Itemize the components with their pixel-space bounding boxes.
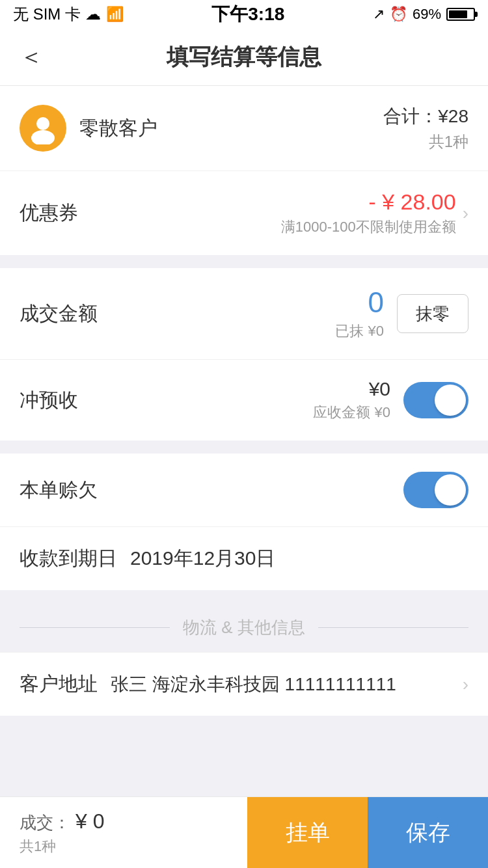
deal-amount-value[interactable]: 0: [335, 286, 384, 319]
address-label: 客户地址: [20, 671, 98, 698]
customer-row: 零散客户 合计：¥28 共1种: [0, 86, 488, 170]
coupon-right: - ¥ 28.00 满1000-100不限制使用金额 ›: [281, 189, 468, 237]
svg-point-1: [31, 130, 55, 144]
debt-label: 本单赊欠: [20, 477, 98, 504]
deal-value-block: 0 已抹 ¥0: [335, 286, 384, 341]
address-value: 张三 海淀永丰科技园 11111111111: [111, 672, 450, 697]
debt-toggle-knob: [435, 474, 466, 506]
status-time: 下午3:18: [211, 2, 284, 27]
total-amount: 合计：¥28: [383, 104, 468, 129]
page-title: 填写结算等信息: [167, 42, 321, 72]
svg-point-0: [36, 117, 49, 130]
deal-row: 成交金额 0 已抹 ¥0 抹零: [0, 268, 488, 359]
prepay-amount: ¥0: [313, 378, 390, 400]
duedate-label: 收款到期日: [20, 545, 117, 572]
location-icon: ↗: [373, 6, 385, 23]
duedate-row[interactable]: 收款到期日 2019年12月30日: [0, 526, 488, 590]
status-right: ↗ ⏰ 69%: [373, 6, 475, 23]
bottom-deal-label: 成交：: [20, 811, 70, 834]
avatar: [20, 105, 66, 152]
coupon-value-block: - ¥ 28.00 满1000-100不限制使用金额: [281, 189, 456, 237]
logistics-divider: 物流 & 其他信息: [0, 603, 488, 652]
coupon-row[interactable]: 优惠券 - ¥ 28.00 满1000-100不限制使用金额 ›: [0, 170, 488, 255]
coupon-label: 优惠券: [20, 200, 78, 226]
prepay-label: 冲预收: [20, 387, 78, 414]
coupon-desc: 满1000-100不限制使用金额: [281, 217, 456, 237]
deal-deducted: 已抹 ¥0: [335, 321, 384, 341]
battery-icon: [446, 8, 475, 21]
battery-label: 69%: [413, 6, 441, 23]
bottom-bar: 成交： ¥ 0 共1种 挂单 保存: [0, 796, 488, 868]
debt-toggle[interactable]: [403, 472, 468, 508]
round-off-button[interactable]: 抹零: [397, 294, 468, 333]
prepay-value-block: ¥0 应收金额 ¥0: [313, 378, 390, 422]
bottom-deal-value: ¥ 0: [75, 809, 104, 834]
hold-button[interactable]: 挂单: [247, 797, 368, 869]
back-button[interactable]: ＜: [20, 41, 43, 73]
bottom-deal-row: 成交： ¥ 0: [20, 809, 228, 834]
address-row[interactable]: 客户地址 张三 海淀永丰科技园 11111111111 ›: [0, 652, 488, 716]
total-count: 共1种: [383, 131, 468, 152]
sim-label: 无 SIM 卡 ☁: [13, 4, 101, 25]
logistics-label: 物流 & 其他信息: [183, 616, 305, 639]
status-left: 无 SIM 卡 ☁ 📶: [13, 4, 124, 25]
customer-name: 零散客户: [79, 115, 157, 142]
coupon-discount: - ¥ 28.00: [281, 189, 456, 215]
customer-left: 零散客户: [20, 105, 157, 152]
bottom-count: 共1种: [20, 837, 228, 856]
divider-line-left: [20, 627, 170, 628]
prepay-row: 冲预收 ¥0 应收金额 ¥0: [0, 359, 488, 441]
deal-section: 成交金额 0 已抹 ¥0 抹零 冲预收 ¥0 应收金额 ¥0: [0, 268, 488, 441]
save-button[interactable]: 保存: [368, 797, 488, 869]
deal-amount-label: 成交金额: [20, 301, 98, 327]
customer-right: 合计：¥28 共1种: [383, 104, 468, 152]
deal-right: 0 已抹 ¥0 抹零: [335, 286, 468, 341]
nav-bar: ＜ 填写结算等信息: [0, 29, 488, 86]
divider-line-right: [318, 627, 468, 628]
wifi-icon: 📶: [106, 6, 124, 23]
prepay-toggle[interactable]: [403, 382, 468, 418]
alarm-icon: ⏰: [390, 6, 407, 23]
bottom-info: 成交： ¥ 0 共1种: [0, 809, 247, 856]
toggle-knob: [435, 385, 466, 416]
prepay-receivable: 应收金额 ¥0: [313, 403, 390, 422]
status-bar: 无 SIM 卡 ☁ 📶 下午3:18 ↗ ⏰ 69%: [0, 0, 488, 29]
debt-section: 本单赊欠 收款到期日 2019年12月30日: [0, 454, 488, 590]
debt-row: 本单赊欠: [0, 454, 488, 526]
duedate-value: 2019年12月30日: [130, 545, 275, 572]
prepay-right: ¥0 应收金额 ¥0: [313, 378, 468, 422]
coupon-chevron-icon: ›: [463, 203, 468, 224]
address-section: 客户地址 张三 海淀永丰科技园 11111111111 ›: [0, 652, 488, 716]
address-chevron-icon: ›: [463, 674, 468, 695]
customer-section: 零散客户 合计：¥28 共1种 优惠券 - ¥ 28.00 满1000-100不…: [0, 86, 488, 255]
